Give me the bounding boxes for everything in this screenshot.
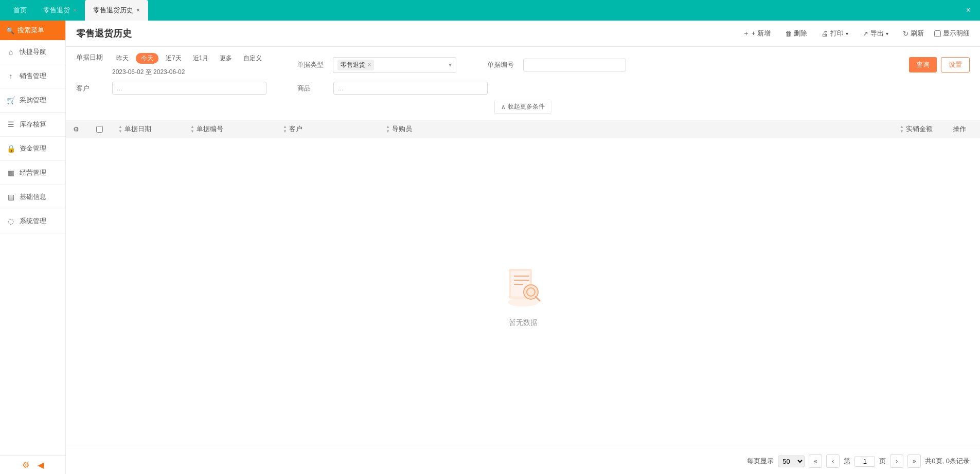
th-settings[interactable]: ⚙	[66, 125, 86, 133]
svg-point-0	[508, 298, 539, 306]
collapse-row: ∧ 收起更多条件	[76, 100, 970, 114]
filter-row-2: 客户 ... 商品 ...	[76, 82, 970, 95]
sidebar-search[interactable]: 🔍 搜索菜单	[0, 21, 65, 40]
filter-action-btns: 查询 设置	[909, 57, 970, 72]
export-button[interactable]: ↗ 导出 ▾	[859, 27, 893, 40]
goods-filter-select[interactable]: ...	[333, 82, 488, 95]
table-container: ⚙ ▲ ▼ 单据日期 ▲ ▼ 单据编号	[66, 120, 980, 448]
tab-retail-return[interactable]: 零售退货 ×	[35, 0, 85, 21]
sidebar-item-quick-nav[interactable]: ⌂ 快捷导航	[0, 40, 65, 64]
export-chevron-icon: ▾	[886, 31, 888, 37]
order-sort[interactable]: ▲ ▼	[190, 125, 194, 134]
th-order-num: ▲ ▼ 单据编号	[184, 124, 277, 134]
customer-sort[interactable]: ▲ ▼	[283, 125, 287, 134]
empty-state-icon	[497, 259, 549, 310]
page-title: 零售退货历史	[76, 27, 132, 40]
refresh-button[interactable]: ↻ 刷新	[899, 27, 928, 40]
tab-bar: 首页 零售退货 × 零售退货历史 × ×	[0, 0, 980, 21]
date-btn-group: 昨天 今天 近7天 近1月 更多 自定义	[112, 53, 266, 64]
goods-filter-label: 商品	[297, 84, 328, 93]
sidebar-item-system-mgmt[interactable]: ◌ 系统管理	[0, 209, 65, 233]
filter-area: 单据日期 昨天 今天 近7天 近1月 更多 自定义 2023-06-02 至 2…	[66, 47, 980, 120]
sidebar-item-sales-mgmt[interactable]: ↑ 销售管理	[0, 64, 65, 88]
empty-state: 暂无数据	[66, 138, 980, 448]
settings-gear-icon: ⚙	[73, 125, 79, 133]
th-date: ▲ ▼ 单据日期	[112, 124, 184, 134]
delete-button[interactable]: 🗑 删除	[781, 27, 811, 40]
add-button[interactable]: ＋ + 新增	[739, 27, 775, 40]
display-toggle-label: 显示明细	[943, 29, 970, 38]
add-icon: ＋	[743, 29, 750, 38]
delete-icon: 🗑	[785, 30, 792, 38]
tab-home[interactable]: 首页	[5, 0, 35, 21]
sidebar-item-sales-mgmt-label: 销售管理	[20, 71, 46, 81]
order-num-input[interactable]	[523, 59, 626, 71]
date-btn-yesterday[interactable]: 昨天	[112, 53, 133, 64]
table-header: ⚙ ▲ ▼ 单据日期 ▲ ▼ 单据编号	[66, 120, 980, 138]
sidebar-item-purchase-mgmt-label: 采购管理	[20, 96, 46, 105]
sidebar-item-quick-nav-label: 快捷导航	[20, 47, 46, 57]
sort-up-icon: ▲	[118, 125, 122, 129]
sidebar-item-operation[interactable]: ▦ 经营管理	[0, 161, 65, 185]
collapse-up-icon: ∧	[501, 103, 506, 111]
last-page-btn[interactable]: »	[907, 454, 921, 468]
order-num-filter-label: 单据编号	[487, 60, 518, 69]
total-label: 共0页, 0条记录	[925, 457, 970, 466]
th-date-label: 单据日期	[124, 124, 151, 134]
date-filter-content: 昨天 今天 近7天 近1月 更多 自定义 2023-06-02 至 2023-0…	[112, 53, 266, 77]
sidebar-item-finance[interactable]: 🔒 资金管理	[0, 137, 65, 161]
display-toggle-checkbox[interactable]	[934, 30, 941, 37]
tab-retail-return-close[interactable]: ×	[73, 7, 77, 14]
sort-up-icon-5: ▲	[900, 125, 904, 129]
print-button[interactable]: 🖨 打印 ▾	[817, 27, 852, 40]
per-page-label: 每页显示	[747, 457, 774, 466]
customer-placeholder: ...	[117, 84, 122, 92]
sidebar-item-inventory[interactable]: ☰ 库存核算	[0, 113, 65, 137]
sidebar-item-basic-info-label: 基础信息	[20, 192, 46, 202]
date-btn-custom[interactable]: 自定义	[239, 53, 266, 64]
guide-sort[interactable]: ▲ ▼	[386, 125, 390, 134]
page-input[interactable]	[854, 456, 875, 467]
date-btn-7days[interactable]: 近7天	[162, 53, 186, 64]
select-all-checkbox[interactable]	[96, 126, 103, 133]
date-btn-today[interactable]: 今天	[136, 53, 158, 64]
collapse-label: 收起更多条件	[508, 102, 545, 111]
refresh-icon: ↻	[903, 30, 908, 38]
query-button[interactable]: 查询	[909, 57, 937, 72]
display-toggle[interactable]: 显示明细	[934, 29, 970, 38]
type-dropdown-icon: ▾	[449, 61, 452, 68]
pagination: 每页显示 50 10 20 100 « ‹ 第 页 › » 共0页, 0条记录	[66, 448, 980, 474]
date-sort[interactable]: ▲ ▼	[118, 125, 122, 134]
type-filter-group: 单据类型 零售退货 × ▾	[297, 57, 456, 73]
tab-home-label: 首页	[13, 6, 27, 15]
gear-icon[interactable]: ⚙	[22, 460, 29, 470]
tab-retail-return-history-label: 零售退货历史	[93, 6, 133, 15]
sidebar-item-basic-info[interactable]: ▤ 基础信息	[0, 185, 65, 209]
type-filter-select[interactable]: 零售退货 × ▾	[333, 57, 456, 73]
sidebar-menu: ⌂ 快捷导航 ↑ 销售管理 🛒 采购管理 ☰ 库存核算 🔒 资金管理 ▦ 经营管	[0, 40, 65, 455]
close-window-icon[interactable]: ×	[962, 4, 975, 17]
type-filter-label: 单据类型	[297, 60, 328, 69]
prev-page-btn[interactable]: ‹	[826, 454, 840, 468]
main-layout: 🔍 搜索菜单 ⌂ 快捷导航 ↑ 销售管理 🛒 采购管理 ☰ 库存核算 🔒 资	[0, 21, 980, 474]
date-btn-1month[interactable]: 近1月	[189, 53, 213, 64]
th-checkbox[interactable]	[86, 126, 112, 133]
speaker-icon[interactable]: ◀	[38, 460, 44, 470]
next-page-btn[interactable]: ›	[890, 454, 903, 468]
first-page-btn[interactable]: «	[809, 454, 822, 468]
tab-retail-return-history[interactable]: 零售退货历史 ×	[85, 0, 148, 21]
sidebar-item-purchase-mgmt[interactable]: 🛒 采购管理	[0, 88, 65, 113]
tab-retail-return-history-close[interactable]: ×	[136, 7, 140, 14]
sidebar-item-finance-label: 资金管理	[20, 144, 46, 153]
customer-filter-group: 客户 ...	[76, 82, 266, 95]
per-page-select[interactable]: 50 10 20 100	[778, 455, 805, 467]
type-tag-remove[interactable]: ×	[367, 61, 371, 68]
sidebar-search-label: 搜索菜单	[17, 26, 44, 35]
empty-text: 暂无数据	[509, 318, 538, 327]
purchase-icon: 🛒	[6, 96, 15, 105]
date-btn-more[interactable]: 更多	[216, 53, 236, 64]
amount-sort[interactable]: ▲ ▼	[900, 125, 904, 134]
settings-button[interactable]: 设置	[941, 57, 970, 72]
collapse-button[interactable]: ∧ 收起更多条件	[494, 100, 551, 114]
customer-filter-select[interactable]: ...	[112, 82, 266, 95]
